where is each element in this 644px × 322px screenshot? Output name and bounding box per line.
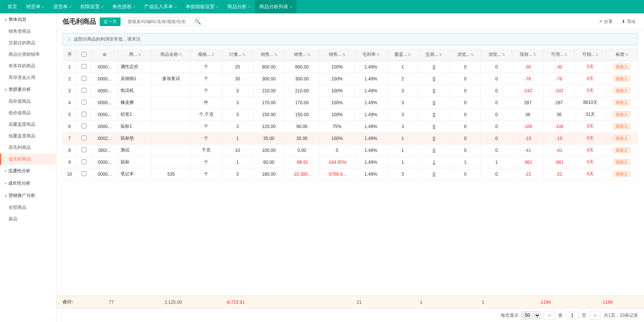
cell-name[interactable]: 鼠标1 xyxy=(118,121,152,133)
table-container[interactable]: 序 ⚙ 商...⇅ 商品名称⇅ 规格...⇅ 计量...⇅ 销售...⇅ 销售.… xyxy=(57,48,644,296)
cell-check[interactable] xyxy=(77,133,91,144)
col-gross-pct[interactable]: 毛利率⇅ xyxy=(355,48,387,61)
next-page-btn[interactable]: ＞ xyxy=(589,311,601,320)
col-settings[interactable]: ⚙ xyxy=(91,48,118,61)
row-checkbox[interactable] xyxy=(81,64,86,69)
col-saleable[interactable]: 可销...⇅ xyxy=(575,48,606,61)
cell-name[interactable]: 笔记本 xyxy=(118,168,152,180)
col-stock[interactable]: 现有...⇅ xyxy=(512,48,544,61)
search-input[interactable] xyxy=(128,19,195,24)
cell-name[interactable]: 橡皮擦 xyxy=(118,97,152,109)
page-input[interactable] xyxy=(565,312,579,319)
cell-trade[interactable]: 0 xyxy=(418,97,449,109)
sidebar-item[interactable]: 有库存的商品 xyxy=(0,60,56,72)
sidebar-item[interactable]: 交易过的商品 xyxy=(0,37,56,49)
cell-check[interactable] xyxy=(77,85,91,97)
cell-trade[interactable]: 0 xyxy=(418,85,449,97)
nav-item[interactable]: 角色授权× xyxy=(108,0,140,13)
cell-check[interactable] xyxy=(77,168,91,180)
cell-name[interactable]: 铅笔1 xyxy=(118,109,152,121)
col-coverage[interactable]: 覆盖...⇅ xyxy=(387,48,418,61)
nav-item[interactable]: 商品分析列表× xyxy=(255,0,297,13)
nav-item[interactable]: 首页 xyxy=(3,0,22,13)
col-browse1[interactable]: 浏览...⇅ xyxy=(450,48,481,61)
cell-trade[interactable]: 0 xyxy=(418,121,449,133)
filter-btn[interactable]: 近一月 xyxy=(100,17,121,26)
nav-item[interactable]: 进货单× xyxy=(49,0,76,13)
sidebar-item[interactable]: 库存资金占用 xyxy=(0,72,56,83)
export-btn[interactable]: ⬇ 导出 xyxy=(619,17,638,26)
sidebar-group-header[interactable]: >成长性分析 xyxy=(0,177,56,189)
col-sales-price[interactable]: 销售...⇅ xyxy=(285,48,320,61)
sidebar-item[interactable]: 高覆盖度商品 xyxy=(0,119,56,130)
nav-item[interactable]: 商品分析× xyxy=(223,0,255,13)
col-name[interactable]: 商品名称⇅ xyxy=(152,48,191,61)
sidebar-item[interactable]: 低毛利商品 xyxy=(0,153,56,165)
sidebar-item[interactable]: 低价值商品 xyxy=(0,107,56,119)
cell-trade[interactable]: 0 xyxy=(418,109,449,121)
col-spec[interactable]: 规格...⇅ xyxy=(190,48,222,61)
close-icon[interactable]: × xyxy=(290,5,292,9)
nav-item[interactable]: 单据模板设置× xyxy=(181,0,223,13)
cell-trade[interactable]: 0 xyxy=(418,133,449,144)
cell-name[interactable]: 电话机 xyxy=(118,85,152,97)
sidebar-item[interactable]: 低覆盖度商品 xyxy=(0,130,56,142)
cell-check[interactable] xyxy=(77,97,91,109)
cell-check[interactable] xyxy=(77,61,91,73)
sidebar-item[interactable]: 高价值商品 xyxy=(0,96,56,107)
close-icon[interactable]: × xyxy=(248,5,250,9)
nav-item[interactable]: 产成品入库单× xyxy=(140,0,181,13)
close-icon[interactable]: × xyxy=(42,5,44,9)
cell-check[interactable] xyxy=(77,73,91,85)
cell-check[interactable] xyxy=(77,144,91,156)
sidebar-item[interactable]: 商品分类助销率 xyxy=(0,49,56,60)
col-sales-qty[interactable]: 销售...⇅ xyxy=(253,48,284,61)
row-checkbox[interactable] xyxy=(81,147,86,152)
cell-trade[interactable]: 0 xyxy=(418,73,449,85)
close-icon[interactable]: × xyxy=(69,5,71,9)
row-checkbox[interactable] xyxy=(81,136,86,140)
col-sales-amount[interactable]: 销售...⇅ xyxy=(319,48,355,61)
share-btn[interactable]: ↗ 分享 xyxy=(596,17,615,26)
sidebar-group-header[interactable]: >流通性分析 xyxy=(0,165,56,177)
sidebar-item[interactable]: 销售类商品 xyxy=(0,26,56,37)
cell-check[interactable] xyxy=(77,156,91,168)
cell-trade[interactable]: 1 xyxy=(418,156,449,168)
cell-name[interactable]: 吴细细1 xyxy=(118,73,152,85)
cell-name[interactable]: 属性定价 xyxy=(118,61,152,73)
sidebar-group-header[interactable]: ∨整体信息 xyxy=(0,13,56,26)
nav-item[interactable]: 销货单× xyxy=(22,0,49,13)
select-all-checkbox[interactable] xyxy=(81,52,86,57)
cell-trade[interactable]: 0 xyxy=(418,61,449,73)
sidebar-item[interactable]: 全部商品 xyxy=(0,202,56,213)
cell-name[interactable]: 测试 xyxy=(118,144,152,156)
cell-check[interactable] xyxy=(77,109,91,121)
close-icon[interactable]: × xyxy=(133,5,135,9)
close-icon[interactable]: × xyxy=(174,5,177,9)
row-checkbox[interactable] xyxy=(81,88,86,93)
cell-name[interactable]: 鼠标 xyxy=(118,156,152,168)
cell-trade[interactable]: 0 xyxy=(418,144,449,156)
nav-item[interactable]: 权限设置× xyxy=(76,0,108,13)
col-available[interactable]: 可用...⇅ xyxy=(544,48,575,61)
per-page-select[interactable]: 50 20 100 xyxy=(522,311,541,319)
col-unit[interactable]: 计量...⇅ xyxy=(222,48,253,61)
row-checkbox[interactable] xyxy=(81,100,86,105)
col-check[interactable] xyxy=(77,48,91,61)
sidebar-group-header[interactable]: ∨营销推广分析 xyxy=(0,189,56,202)
sidebar-group-header[interactable]: ∨类群量分析 xyxy=(0,83,56,96)
col-trade[interactable]: 交易...⇅ xyxy=(418,48,449,61)
cell-trade[interactable]: 0 xyxy=(418,168,449,180)
row-checkbox[interactable] xyxy=(81,76,86,81)
col-browse2[interactable]: 浏览...⇅ xyxy=(481,48,512,61)
cell-name[interactable]: 鼠标垫 xyxy=(118,133,152,144)
row-checkbox[interactable] xyxy=(81,159,86,164)
row-checkbox[interactable] xyxy=(81,112,86,117)
col-code[interactable]: 商...⇅ xyxy=(118,48,152,61)
sidebar-item[interactable]: 新品 xyxy=(0,213,56,225)
prev-page-btn[interactable]: ＜ xyxy=(544,311,555,320)
cell-check[interactable] xyxy=(77,121,91,133)
close-icon[interactable]: × xyxy=(101,5,103,9)
sidebar-item[interactable]: 高毛利商品 xyxy=(0,142,56,153)
row-checkbox[interactable] xyxy=(81,171,86,176)
